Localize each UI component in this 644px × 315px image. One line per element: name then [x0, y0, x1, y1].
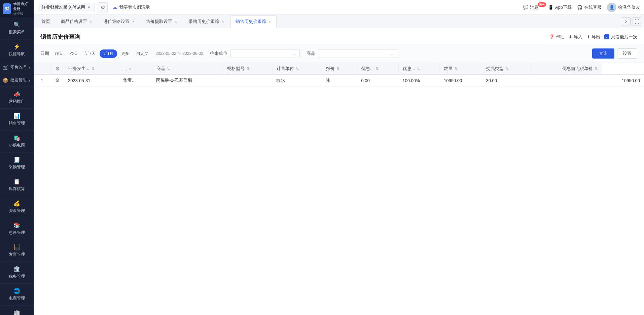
tab-sale-price[interactable]: 售价提取设置 ×: [141, 15, 183, 28]
col-dots-header[interactable]: ... ⇅: [119, 63, 152, 75]
tax-icon: 🏛️: [13, 266, 20, 272]
col-spec-header[interactable]: 规格型号 ⇅: [223, 63, 272, 75]
tab-close-purchase-strategy[interactable]: ×: [132, 19, 135, 24]
sidebar-item-purchase[interactable]: 🧾 采购管理: [0, 152, 34, 174]
sidebar-item-marketing[interactable]: 📣 营销推广: [0, 87, 34, 109]
message-icon: 💬: [523, 5, 528, 10]
tab-close-sale-price[interactable]: ×: [174, 19, 178, 24]
user-menu-button[interactable]: 👤 徐泽华修改: [607, 3, 640, 12]
product-input-wrap: …: [318, 49, 398, 58]
col-business-date-header[interactable]: 业务发生... ⇅: [64, 63, 119, 75]
product-group: 商品 …: [307, 49, 398, 58]
cell-price: 0.00: [357, 75, 399, 86]
sidebar-item-inventory[interactable]: 📋 库存核算: [0, 174, 34, 196]
table-wrap: ⚙ 业务发生... ⇅ ... ⇅ 商品 ⇅: [34, 63, 644, 315]
topbar: 好业财标准版交付试用 ▼ ⚙ ☁ 我要看实例演示 💬 消息 99+ 📱 App下…: [34, 0, 644, 15]
sidebar-item-tax[interactable]: 🏛️ 税务管理: [0, 262, 34, 284]
date-btn-more[interactable]: 更多: [118, 49, 132, 58]
col-price-header[interactable]: 报价 ⇅: [322, 63, 357, 75]
topbar-right: 💬 消息 99+ 📱 App下载 🎧 在线客服 👤 徐泽华修改: [523, 3, 640, 12]
demo-button[interactable]: ☁ 我要看实例演示: [112, 4, 150, 10]
sidebar-item-wholesale[interactable]: 📦 批发管理 ▲: [0, 74, 34, 87]
cell-pretax-price: 10950.00: [602, 75, 644, 86]
cell-quantity: 30.00: [482, 75, 531, 86]
chevron-up-icon: ▲: [28, 78, 31, 82]
help-icon: ❓: [549, 34, 554, 39]
sidebar-item-retail[interactable]: 🛒 零售管理 ▼: [0, 61, 34, 74]
logo-text: 畅捷通好业财: [13, 1, 31, 12]
col-unit-header[interactable]: 计量单位 ⇅: [272, 63, 322, 75]
date-btn-yesterday[interactable]: 昨天: [52, 49, 66, 58]
help-button[interactable]: ❓ 帮助: [549, 34, 565, 40]
filter-actions: 查询 设置: [592, 48, 637, 59]
query-button[interactable]: 查询: [592, 48, 614, 59]
col-setting-header[interactable]: ⚙: [50, 63, 64, 75]
only-last-checkbox[interactable]: ✓ 只看最后一次: [604, 34, 637, 40]
cell-setting[interactable]: ⚙: [50, 75, 64, 86]
export-button[interactable]: ⬆ 导出: [586, 34, 600, 40]
window-expand-button[interactable]: ⛶: [633, 17, 641, 26]
product-dots-button[interactable]: …: [390, 50, 395, 57]
sidebar-item-sales[interactable]: 📊 销售管理: [0, 109, 34, 131]
cell-discount2: 10950.00: [440, 75, 482, 86]
col-discount1-header[interactable]: 优惠... ⇅: [357, 63, 399, 75]
settings-gear-button[interactable]: ⚙: [98, 2, 108, 12]
date-label: 日期: [40, 50, 49, 57]
quicknav-icon: ⚡: [13, 43, 20, 50]
cell-spec: [223, 75, 272, 86]
sidebar-item-ledger[interactable]: 📚 总账管理: [0, 218, 34, 240]
col-discount2-header[interactable]: 优惠... ⇅: [398, 63, 440, 75]
cell-num: 1: [34, 75, 50, 86]
tab-sales-history[interactable]: 销售历史价跟踪 ×: [230, 15, 277, 28]
sidebar-logo: 财 畅捷通好业财 标准版: [0, 0, 34, 18]
sidebar-item-quicknav[interactable]: ⚡ 快捷导航: [0, 39, 34, 61]
tab-home[interactable]: 首页: [36, 15, 55, 28]
tab-close-purchase-history[interactable]: ×: [221, 19, 224, 24]
sidebar-item-invoice[interactable]: 🧮 发票管理: [0, 240, 34, 262]
filter-settings-button[interactable]: 设置: [617, 48, 637, 59]
sort-icon-unit: ⇅: [296, 67, 299, 71]
source-unit-label: 往来单位: [210, 50, 227, 57]
col-trade-type-header[interactable]: 交易类型 ⇅: [482, 63, 531, 75]
product-label: 商品: [307, 50, 315, 57]
avatar: 👤: [607, 3, 616, 12]
sales-icon: 📊: [13, 113, 20, 119]
app-download-button[interactable]: 📱 App下载: [548, 4, 572, 10]
tab-close-sales-history[interactable]: ×: [268, 19, 272, 24]
finance-icon: 💰: [13, 200, 20, 207]
date-buttons: 昨天 今天 近7天 近1月 更多 自定义: [52, 49, 151, 58]
date-btn-last1m[interactable]: 近1月: [100, 49, 117, 58]
online-service-button[interactable]: 🎧 在线客服: [577, 4, 602, 10]
message-button[interactable]: 💬 消息 99+: [523, 4, 543, 10]
window-close-button[interactable]: ×: [622, 17, 631, 26]
page-header-actions: ❓ 帮助 ⬇ 导入 ⬆ 导出 ✓ 只看最后一次: [549, 34, 637, 40]
col-quantity-header[interactable]: 数量 ⇅: [440, 63, 482, 75]
cell-discount1: 100.00%: [398, 75, 440, 86]
row-gear-icon: ⚙: [55, 77, 60, 83]
date-btn-custom[interactable]: 自定义: [133, 49, 151, 58]
source-unit-input-wrap: …: [230, 49, 300, 58]
sidebar-item-search[interactable]: 🔍 搜索菜单: [0, 18, 34, 39]
source-unit-dots-button[interactable]: …: [291, 50, 297, 57]
tab-close-price[interactable]: ×: [89, 19, 93, 24]
module-select[interactable]: 好业财标准版交付试用 ▼: [38, 3, 95, 12]
sort-icon-discount1: ⇅: [375, 67, 379, 71]
import-button[interactable]: ⬇ 导入: [569, 34, 582, 40]
date-btn-last7[interactable]: 近7天: [82, 49, 99, 58]
col-product-header[interactable]: 商品 ⇅: [152, 63, 223, 75]
source-unit-input[interactable]: [233, 51, 290, 56]
tab-price[interactable]: 商品价格设置 ×: [56, 15, 98, 28]
product-input[interactable]: [321, 51, 388, 56]
col-pretax-price-header[interactable]: 优惠前无税单价 ⇅: [532, 63, 602, 75]
sidebar-item-assets[interactable]: 🏢 固定资产: [0, 306, 34, 315]
sidebar-item-finance[interactable]: 💰 资金管理: [0, 196, 34, 218]
sort-icon: ⇅: [91, 67, 94, 71]
sidebar-item-ecommerce[interactable]: 🌐 电商管理: [0, 284, 34, 306]
cell-unit: 散水: [272, 75, 322, 86]
tab-purchase-strategy[interactable]: 进价策略设置 ×: [98, 15, 140, 28]
date-btn-today[interactable]: 今天: [67, 49, 81, 58]
message-badge: 99+: [538, 2, 546, 7]
sidebar-item-ecommerce-small[interactable]: 🛍️ 小畅电商: [0, 131, 34, 152]
sort-icon-quantity: ⇅: [455, 67, 458, 71]
tab-purchase-history[interactable]: 采购历史价跟踪 ×: [183, 15, 229, 28]
